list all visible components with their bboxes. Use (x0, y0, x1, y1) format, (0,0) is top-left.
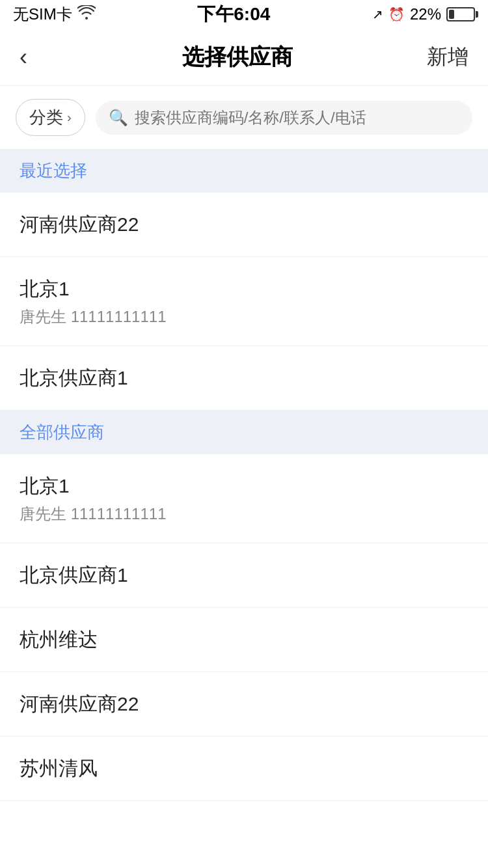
list-item[interactable]: 北京供应商1 (0, 543, 488, 608)
category-label: 分类 (29, 106, 63, 129)
battery-icon (446, 7, 475, 21)
recent-section-label: 最近选择 (20, 161, 87, 180)
page-title: 选择供应商 (182, 42, 293, 72)
item-name: 杭州维达 (20, 626, 468, 653)
location-icon: ↗ (372, 7, 383, 22)
item-name: 北京供应商1 (20, 562, 468, 589)
item-contact: 唐先生 11111111111 (20, 504, 468, 524)
item-name: 苏州清风 (20, 755, 468, 782)
chevron-right-icon: › (67, 110, 72, 125)
battery-text: 22% (410, 5, 441, 23)
search-bar: 分类 › 🔍 (0, 86, 488, 149)
status-time: 下午6:04 (197, 2, 270, 27)
item-contact: 唐先生 11111111111 (20, 306, 468, 327)
all-items-list: 北京1唐先生 11111111111北京供应商1杭州维达河南供应商22苏州清风 (0, 454, 488, 801)
recent-section-header: 最近选择 (0, 149, 488, 193)
item-name: 北京1 (20, 472, 468, 500)
list-item[interactable]: 北京供应商1 (0, 346, 488, 411)
status-right: ↗ ⏰ 22% (372, 5, 475, 23)
category-button[interactable]: 分类 › (16, 99, 85, 136)
all-section-header: 全部供应商 (0, 411, 488, 454)
recent-items-list: 河南供应商22北京1唐先生 11111111111北京供应商1 (0, 193, 488, 411)
list-item[interactable]: 北京1唐先生 11111111111 (0, 257, 488, 346)
list-item[interactable]: 杭州维达 (0, 608, 488, 672)
back-button[interactable]: ‹ (20, 44, 59, 71)
item-name: 河南供应商22 (20, 211, 468, 238)
item-name: 北京1 (20, 275, 468, 303)
all-section-label: 全部供应商 (20, 422, 104, 442)
search-input[interactable] (135, 109, 459, 127)
status-bar: 无SIM卡 下午6:04 ↗ ⏰ 22% (0, 0, 488, 29)
nav-bar: ‹ 选择供应商 新增 (0, 29, 488, 86)
list-item[interactable]: 苏州清风 (0, 737, 488, 801)
alarm-icon: ⏰ (388, 7, 405, 22)
list-item[interactable]: 北京1唐先生 11111111111 (0, 454, 488, 543)
list-item[interactable]: 河南供应商22 (0, 193, 488, 257)
add-button[interactable]: 新增 (416, 43, 468, 72)
item-name: 北京供应商1 (20, 364, 468, 392)
item-name: 河南供应商22 (20, 690, 468, 718)
carrier-text: 无SIM卡 (13, 4, 72, 25)
search-input-wrap: 🔍 (96, 101, 472, 135)
status-left: 无SIM卡 (13, 4, 96, 25)
search-icon: 🔍 (109, 109, 128, 127)
list-item[interactable]: 河南供应商22 (0, 672, 488, 737)
wifi-icon (77, 5, 96, 23)
